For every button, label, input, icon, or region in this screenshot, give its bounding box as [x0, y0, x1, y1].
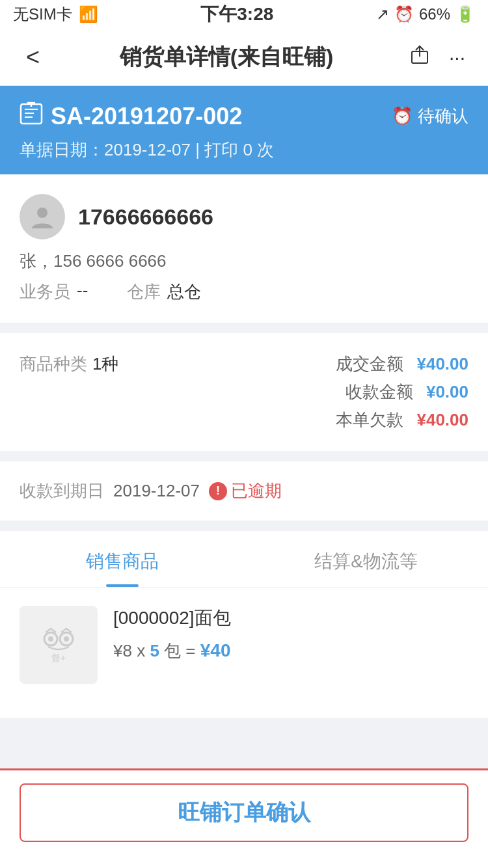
balance-due-value: ¥40.00 [416, 410, 468, 430]
product-info: [0000002]面包 ¥8 x 5 包 = ¥40 [113, 606, 468, 662]
tab-products[interactable]: 销售商品 [0, 531, 244, 587]
summary-left: 商品种类 1种 [20, 353, 118, 375]
avatar [20, 194, 65, 239]
kinds-value: 1种 [92, 353, 118, 375]
order-status: ⏰ 待确认 [392, 105, 468, 128]
quantity-value: 5 [150, 641, 159, 660]
due-date-section: 收款到期日 2019-12-07 ! 已逾期 [0, 461, 488, 521]
status-bar: 无SIM卡 📶 下午3:28 ↗ ⏰ 66% 🔋 [0, 0, 488, 29]
order-header-banner: SA-20191207-002 ⏰ 待确认 单据日期：2019-12-07 | … [0, 86, 488, 174]
status-clock-icon: ⏰ [392, 106, 413, 126]
order-separator: | [195, 140, 204, 159]
svg-text:督+: 督+ [51, 653, 66, 663]
more-button[interactable]: ··· [446, 43, 468, 72]
tab-settlement-label: 结算&物流等 [314, 551, 418, 571]
total-value: ¥40 [200, 640, 231, 660]
page-title: 销货单详情(来自旺铺) [46, 42, 407, 72]
svg-point-9 [48, 636, 53, 642]
order-icon [20, 102, 43, 131]
balance-due-row: 本单欠款 ¥40.00 [336, 409, 468, 431]
back-button[interactable]: < [20, 37, 46, 77]
nav-actions: ··· [407, 42, 468, 72]
confirm-button-wrap: 旺铺订单确认 [0, 768, 488, 868]
location-icon: ↗ [376, 5, 389, 23]
customer-meta: 业务员 -- 仓库 总仓 [20, 280, 468, 303]
transaction-amount-label: 成交金额 [336, 353, 403, 375]
overdue-text: 已逾期 [231, 480, 282, 502]
payment-amount-row: 收款金额 ¥0.00 [346, 381, 468, 403]
price-value: ¥8 [113, 641, 132, 660]
sales-rep-value: -- [77, 280, 88, 303]
share-button[interactable] [407, 42, 433, 72]
unit-value: 包 [164, 641, 181, 660]
customer-name-phone: 张，156 6666 6666 [20, 250, 468, 273]
order-date: 单据日期：2019-12-07 [20, 140, 191, 159]
nav-bar: < 销货单详情(来自旺铺) ··· [0, 29, 488, 86]
warehouse-item: 仓库 总仓 [127, 280, 201, 303]
svg-point-6 [37, 208, 47, 218]
warehouse-label: 仓库 [127, 280, 161, 303]
svg-point-10 [64, 636, 69, 642]
equals-sign: = [185, 641, 200, 660]
balance-due-label: 本单欠款 [336, 409, 403, 431]
wifi-icon: 📶 [79, 5, 98, 23]
kinds-label: 商品种类 [20, 353, 87, 375]
warehouse-value: 总仓 [167, 280, 201, 303]
battery-label: 66% [419, 5, 450, 23]
status-time: 下午3:28 [200, 2, 273, 27]
product-kinds: 商品种类 1种 [20, 353, 118, 375]
tabs: 销售商品 结算&物流等 [0, 531, 488, 588]
status-bar-right: ↗ ⏰ 66% 🔋 [376, 5, 475, 23]
order-id: SA-20191207-002 [20, 102, 242, 131]
due-date-label: 收款到期日 [20, 480, 104, 502]
transaction-amount-row: 成交金额 ¥40.00 [336, 353, 468, 375]
confirm-order-button[interactable]: 旺铺订单确认 [20, 783, 468, 842]
summary-section: 商品种类 1种 成交金额 ¥40.00 收款金额 ¥0.00 本单欠款 ¥40.… [0, 333, 488, 451]
customer-section: 17666666666 张，156 6666 6666 业务员 -- 仓库 总仓 [0, 174, 488, 323]
product-price-detail: ¥8 x 5 包 = ¥40 [113, 640, 468, 662]
alarm-icon: ⏰ [394, 5, 414, 23]
header-top-row: SA-20191207-002 ⏰ 待确认 [20, 102, 468, 131]
carrier-label: 无SIM卡 [13, 4, 72, 25]
sales-rep-item: 业务员 -- [20, 280, 88, 303]
summary-right: 成交金额 ¥40.00 收款金额 ¥0.00 本单欠款 ¥40.00 [336, 353, 468, 431]
product-thumb-logo: 督+ [33, 616, 85, 674]
due-date-value: 2019-12-07 [113, 481, 200, 501]
order-date-info: 单据日期：2019-12-07 | 打印 0 次 [20, 139, 468, 161]
transaction-amount-value: ¥40.00 [416, 354, 468, 374]
overdue-icon: ! [209, 482, 227, 500]
status-bar-left: 无SIM卡 📶 [13, 4, 98, 25]
payment-amount-label: 收款金额 [346, 381, 413, 403]
order-id-text: SA-20191207-002 [51, 103, 242, 130]
product-name: [0000002]面包 [113, 606, 468, 631]
status-text: 待确认 [418, 105, 468, 128]
tab-products-label: 销售商品 [86, 551, 159, 571]
tab-settlement[interactable]: 结算&物流等 [244, 531, 488, 587]
sales-rep-label: 业务员 [20, 280, 70, 303]
price-separator: x [137, 641, 150, 660]
product-item: 督+ [0000002]面包 ¥8 x 5 包 = ¥40 [20, 606, 468, 684]
customer-top: 17666666666 [20, 194, 468, 239]
customer-phone: 17666666666 [78, 204, 213, 230]
payment-amount-value: ¥0.00 [426, 382, 468, 402]
product-thumbnail: 督+ [20, 606, 98, 684]
overdue-badge: ! 已逾期 [209, 480, 282, 502]
order-print-count: 打印 0 次 [204, 140, 274, 159]
battery-icon: 🔋 [455, 5, 475, 23]
product-section: 督+ [0000002]面包 ¥8 x 5 包 = ¥40 [0, 588, 488, 718]
